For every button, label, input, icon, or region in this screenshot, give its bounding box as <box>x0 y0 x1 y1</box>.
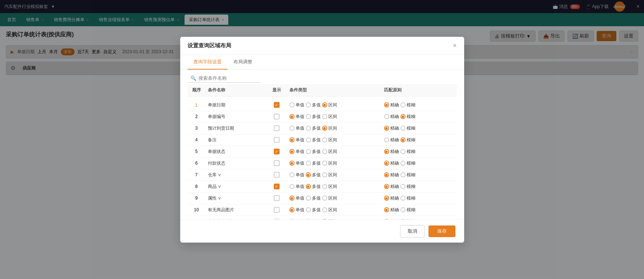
settings-dialog: 设置查询区域布局 × 查询字段设置 布局调整 🔍 顺序 条件名称 显示 <box>180 37 464 80</box>
dialog-header: 设置查询区域布局 × <box>180 37 464 55</box>
dialog-tab-bar: 查询字段设置 布局调整 <box>180 55 464 70</box>
dialog-search-area: 🔍 <box>180 70 464 80</box>
dialog-close-btn[interactable]: × <box>453 42 457 50</box>
search-box: 🔍 <box>187 74 260 80</box>
dialog-tab-layout[interactable]: 布局调整 <box>228 55 258 70</box>
dialog-title: 设置查询区域布局 <box>187 42 231 49</box>
search-input[interactable] <box>198 75 249 80</box>
dialog-tab-query[interactable]: 查询字段设置 <box>187 55 228 70</box>
overlay: 设置查询区域布局 × 查询字段设置 布局调整 🔍 顺序 条件名称 显示 <box>0 0 644 79</box>
search-icon: 🔍 <box>190 75 196 80</box>
